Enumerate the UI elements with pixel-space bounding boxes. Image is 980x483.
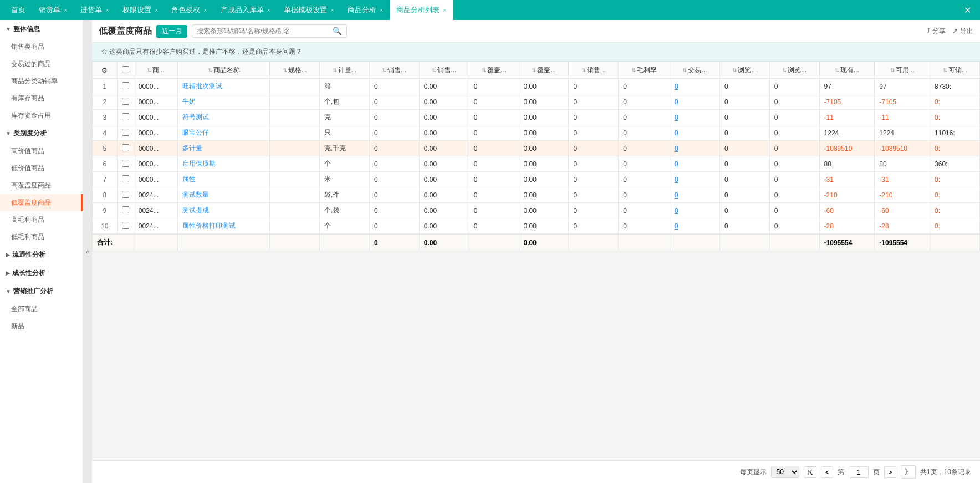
row-checkbox-cell[interactable] [117, 156, 134, 172]
col-sales-amt[interactable]: ⇅销售... [419, 62, 469, 79]
row-name[interactable]: 旺辅批次测试 [177, 79, 269, 94]
row-trade[interactable]: 0 [670, 141, 720, 156]
row-name[interactable]: 眼宝公仔 [177, 125, 269, 141]
row-checkbox[interactable] [122, 191, 129, 198]
row-checkbox[interactable] [122, 82, 129, 89]
col-checkbox[interactable] [117, 62, 134, 79]
row-trade[interactable]: 0 [670, 94, 720, 110]
col-settings[interactable]: ⚙ [93, 62, 118, 79]
sidebar-section-circulation[interactable]: ▶ 流通性分析 [0, 246, 83, 264]
col-browse1[interactable]: ⇅浏览... [719, 62, 769, 79]
nav-close-sales-order[interactable]: × [64, 7, 67, 13]
nav-close-purchase-order[interactable]: × [105, 7, 109, 13]
row-name[interactable]: 属性价格打印测试 [177, 218, 269, 235]
row-name[interactable]: 属性 [177, 172, 269, 187]
row-trade[interactable]: 0 [670, 110, 720, 125]
nav-home[interactable]: 首页 [4, 0, 32, 20]
nav-close-template[interactable]: × [330, 7, 334, 13]
col-spec[interactable]: ⇅规格... [270, 62, 320, 79]
nav-permission[interactable]: 权限设置 × [116, 0, 165, 20]
sidebar-item-all-goods[interactable]: 全部商品 [0, 301, 83, 318]
page-number-input[interactable] [849, 466, 869, 478]
row-name[interactable]: 测试提成 [177, 203, 269, 218]
col-code[interactable]: ⇅商... [134, 62, 177, 79]
row-checkbox-cell[interactable] [117, 125, 134, 141]
row-trade[interactable]: 0 [670, 125, 720, 141]
row-checkbox[interactable] [122, 222, 129, 229]
time-filter-button[interactable]: 近一月 [156, 25, 187, 38]
col-coverage1[interactable]: ⇅覆盖... [469, 62, 519, 79]
row-trade[interactable]: 0 [670, 156, 720, 172]
col-name[interactable]: ⇅商品名称 [177, 62, 269, 79]
select-all-checkbox[interactable] [122, 66, 129, 73]
row-name[interactable]: 启用保质期 [177, 156, 269, 172]
col-sales-days[interactable]: ⇅销售... [569, 62, 619, 79]
sidebar-item-inventory-capital[interactable]: 库存资金占用 [0, 107, 83, 124]
row-name[interactable]: 牛奶 [177, 94, 269, 110]
sidebar-section-marketing[interactable]: ▼ 营销推广分析 [0, 282, 83, 301]
row-checkbox-cell[interactable] [117, 110, 134, 125]
row-checkbox-cell[interactable] [117, 218, 134, 235]
sidebar-item-traded-goods[interactable]: 交易过的商品 [0, 55, 83, 73]
row-trade[interactable]: 0 [670, 79, 720, 94]
col-coverage2[interactable]: ⇅覆盖... [519, 62, 569, 79]
row-checkbox-cell[interactable] [117, 172, 134, 187]
nav-product-analysis-list[interactable]: 商品分析列表 × [390, 0, 453, 20]
nav-template-settings[interactable]: 单据模板设置 × [277, 0, 340, 20]
nav-close-role-auth[interactable]: × [203, 7, 207, 13]
row-trade[interactable]: 0 [670, 203, 720, 218]
first-page-button[interactable]: K [804, 466, 816, 478]
row-checkbox-cell[interactable] [117, 141, 134, 156]
next-page-button[interactable]: > [884, 466, 896, 478]
row-checkbox[interactable] [122, 129, 129, 136]
row-trade[interactable]: 0 [670, 218, 720, 235]
prev-page-button[interactable]: < [821, 466, 833, 478]
sidebar-section-growth[interactable]: ▶ 成长性分析 [0, 264, 83, 282]
sidebar-item-new-goods[interactable]: 新品 [0, 318, 83, 335]
nav-product-analysis[interactable]: 商品分析 × [341, 0, 390, 20]
page-size-select[interactable]: 50 20 100 [771, 466, 799, 478]
row-checkbox[interactable] [122, 113, 129, 120]
search-input[interactable] [197, 27, 333, 35]
sidebar-item-high-margin[interactable]: 高毛利商品 [0, 211, 83, 228]
nav-role-auth[interactable]: 角色授权 × [165, 0, 213, 20]
last-page-button[interactable]: 》 [901, 465, 916, 479]
row-checkbox[interactable] [122, 144, 129, 151]
sidebar-item-low-margin[interactable]: 低毛利商品 [0, 228, 83, 246]
col-saleable[interactable]: ⇅可销... [930, 62, 980, 79]
nav-close-product-analysis[interactable]: × [380, 7, 383, 13]
export-button[interactable]: ↗ 导出 [952, 27, 973, 36]
col-browse2[interactable]: ⇅浏览... [769, 62, 819, 79]
col-gross-rate[interactable]: ⇅毛利率 [619, 62, 670, 79]
sidebar-item-category-rate[interactable]: 商品分类动销率 [0, 73, 83, 90]
nav-product-inbound[interactable]: 产成品入库单 × [214, 0, 277, 20]
row-checkbox[interactable] [122, 98, 129, 105]
row-checkbox[interactable] [122, 160, 129, 167]
sidebar-item-high-coverage[interactable]: 高覆盖度商品 [0, 177, 83, 194]
col-unit[interactable]: ⇅计量... [320, 62, 370, 79]
row-checkbox-cell[interactable] [117, 203, 134, 218]
col-trade[interactable]: ⇅交易... [670, 62, 720, 79]
row-checkbox[interactable] [122, 175, 129, 182]
col-current-stock[interactable]: ⇅现有... [819, 62, 875, 79]
row-trade[interactable]: 0 [670, 187, 720, 203]
sidebar-collapse-button[interactable]: « [83, 20, 92, 483]
sidebar-section-overall[interactable]: ▼ 整体信息 [0, 20, 83, 38]
nav-sales-order[interactable]: 销货单 × [32, 0, 74, 20]
share-button[interactable]: ⤴ 分享 [927, 27, 946, 36]
nav-close-analysis-list[interactable]: × [443, 7, 446, 13]
sidebar-item-sales-goods[interactable]: 销售类商品 [0, 38, 83, 55]
nav-purchase-order[interactable]: 进货单 × [74, 0, 115, 20]
sidebar-section-category[interactable]: ▼ 类别度分析 [0, 124, 83, 143]
row-checkbox[interactable] [122, 206, 129, 213]
sidebar-item-in-stock[interactable]: 有库存商品 [0, 90, 83, 107]
sidebar-item-high-value[interactable]: 高价值商品 [0, 143, 83, 160]
nav-close-permission[interactable]: × [155, 7, 158, 13]
row-checkbox-cell[interactable] [117, 79, 134, 94]
row-checkbox-cell[interactable] [117, 187, 134, 203]
window-close-button[interactable]: ✕ [959, 5, 976, 16]
sidebar-item-low-value[interactable]: 低价值商品 [0, 160, 83, 177]
row-name[interactable]: 测试数量 [177, 187, 269, 203]
sidebar-item-low-coverage[interactable]: 低覆盖度商品 [0, 194, 83, 211]
col-sales-qty[interactable]: ⇅销售... [369, 62, 419, 79]
